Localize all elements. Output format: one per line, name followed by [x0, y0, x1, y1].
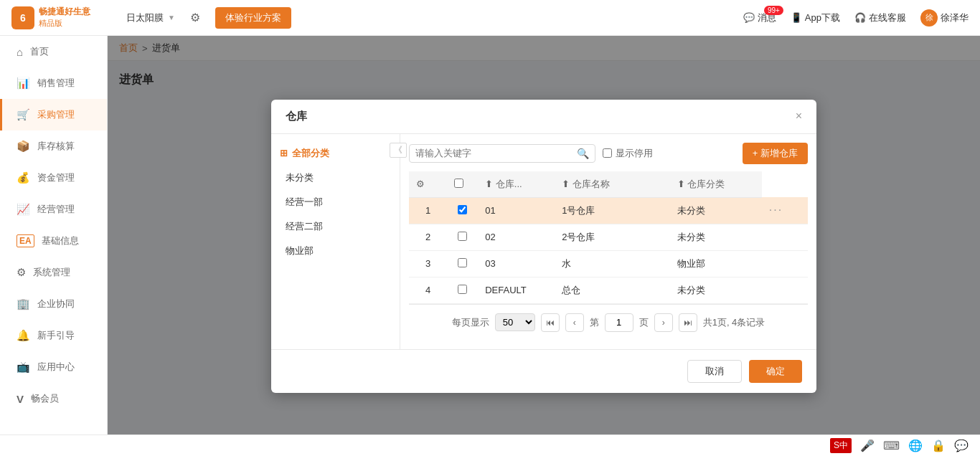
messages-badge: 99+ — [764, 6, 783, 15]
row-checkbox[interactable] — [458, 258, 467, 267]
trial-button[interactable]: 体验行业方案 — [215, 7, 291, 29]
row-actions-cell[interactable]: ··· — [762, 197, 808, 224]
page-input[interactable] — [605, 313, 633, 332]
page-size-select[interactable]: 50 100 200 — [495, 313, 535, 331]
table-row[interactable]: 2 02 2号仓库 未分类 — [409, 224, 808, 250]
col-header-code: ⬆ 仓库... — [478, 171, 555, 198]
table-panel: 🔍 显示停用 + 新增仓库 — [400, 134, 816, 349]
modal-body: ⊞ 全部分类 《 未分类 经营一部 经营二部 物业部 — [271, 134, 816, 349]
sidebar-item-guide[interactable]: 🔔 新手引导 — [0, 320, 107, 351]
search-input[interactable] — [415, 148, 577, 158]
category-item-ops2[interactable]: 经营二部 — [271, 214, 400, 239]
sort-icon: ⬆ — [562, 179, 570, 189]
app-download-item[interactable]: 📱 App下载 — [791, 11, 840, 24]
total-info: 共1页, 4条记录 — [703, 316, 765, 329]
table-row[interactable]: 3 03 水 物业部 — [409, 250, 808, 277]
operations-icon: 📈 — [17, 203, 30, 216]
next-page-button[interactable]: › — [654, 313, 673, 332]
row-num: 4 — [409, 277, 447, 303]
sidebar-item-system[interactable]: ⚙ 系统管理 — [0, 257, 107, 288]
row-name: 1号仓库 — [555, 197, 669, 224]
row-num: 1 — [409, 197, 447, 224]
modal-close-button[interactable]: × — [796, 110, 802, 123]
add-warehouse-button[interactable]: + 新增仓库 — [743, 143, 808, 164]
category-item-property[interactable]: 物业部 — [271, 239, 400, 263]
row-checkbox-cell[interactable] — [447, 224, 478, 250]
sidebar-item-label: 销售管理 — [37, 77, 75, 90]
table-row[interactable]: 4 DEFAULT 总仓 未分类 — [409, 277, 808, 303]
show-disabled-checkbox[interactable] — [603, 148, 612, 158]
row-actions-cell[interactable] — [762, 250, 808, 277]
guide-icon: 🔔 — [17, 329, 30, 342]
sidebar-item-label: 采购管理 — [37, 108, 75, 121]
sidebar-item-finance[interactable]: 💰 资金管理 — [0, 162, 107, 194]
message-icon: 💬 — [743, 12, 755, 23]
globe-icon[interactable]: 🌐 — [908, 439, 923, 452]
select-all-checkbox[interactable] — [454, 179, 463, 188]
sidebar-item-label: 新手引导 — [37, 329, 75, 342]
first-page-button[interactable]: ⏮ — [541, 313, 560, 332]
row-actions-icon[interactable]: ··· — [769, 204, 783, 216]
sidebar-item-enterprise[interactable]: 🏢 企业协同 — [0, 288, 107, 320]
sidebar-item-vip[interactable]: V 畅会员 — [0, 383, 107, 414]
sidebar-item-home[interactable]: ⌂ 首页 — [0, 36, 107, 67]
show-disabled-wrap: 显示停用 — [603, 147, 653, 160]
store-selector[interactable]: 日太阳膜 ▼ — [126, 11, 175, 24]
sidebar-item-label: 基础信息 — [42, 234, 79, 247]
last-page-button[interactable]: ⏭ — [679, 313, 697, 332]
category-header[interactable]: ⊞ 全部分类 — [271, 141, 400, 166]
page-unit: 页 — [639, 316, 649, 329]
keyboard-icon[interactable]: ⌨ — [883, 439, 900, 452]
settings-button[interactable]: ⚙ — [184, 6, 207, 29]
prev-page-button[interactable]: ‹ — [565, 313, 584, 332]
user-item[interactable]: 徐 徐泽华 — [920, 9, 969, 27]
sidebar-item-label: 系统管理 — [33, 266, 70, 279]
col-header-check — [447, 171, 478, 198]
search-input-wrap: 🔍 — [409, 144, 595, 163]
sidebar-item-label: 资金管理 — [37, 171, 75, 184]
search-icon[interactable]: 🔍 — [577, 148, 589, 159]
category-item-ops1[interactable]: 经营一部 — [271, 190, 400, 214]
messages-item[interactable]: 💬 消息 99+ — [743, 11, 776, 24]
collapse-button[interactable]: 《 — [390, 143, 407, 158]
table-row[interactable]: 1 01 1号仓库 未分类 ··· — [409, 197, 808, 224]
row-actions-cell[interactable] — [762, 224, 808, 250]
finance-icon: 💰 — [17, 171, 30, 184]
table-head: ⚙ ⬆ 仓库... — [409, 171, 808, 198]
row-checkbox-cell[interactable] — [447, 277, 478, 303]
category-panel: ⊞ 全部分类 《 未分类 经营一部 经营二部 物业部 — [271, 134, 400, 349]
sidebar-item-label: 经营管理 — [37, 203, 75, 216]
sidebar-item-purchase[interactable]: 🛒 采购管理 — [0, 99, 107, 130]
confirm-button[interactable]: 确定 — [749, 360, 802, 383]
gear-icon[interactable]: ⚙ — [416, 179, 425, 189]
online-service-item[interactable]: 🎧 在线客服 — [854, 11, 906, 24]
sidebar-item-app-center[interactable]: 📺 应用中心 — [0, 351, 107, 383]
chat-icon[interactable]: 💬 — [954, 439, 969, 452]
sidebar-item-sales[interactable]: 📊 销售管理 — [0, 67, 107, 99]
row-checkbox[interactable] — [458, 232, 467, 241]
row-code: 03 — [478, 250, 555, 277]
row-name: 总仓 — [555, 277, 669, 303]
table-container: ⚙ ⬆ 仓库... — [409, 171, 808, 304]
row-name: 水 — [555, 250, 669, 277]
sidebar-item-inventory[interactable]: 📦 库存核算 — [0, 130, 107, 162]
row-checkbox[interactable] — [458, 205, 467, 214]
headset-icon: 🎧 — [854, 12, 866, 23]
row-num: 3 — [409, 250, 447, 277]
col-header-settings: ⚙ — [409, 171, 447, 198]
row-checkbox[interactable] — [458, 285, 467, 294]
sidebar-item-basic-info[interactable]: EA 基础信息 — [0, 225, 107, 257]
row-checkbox-cell[interactable] — [447, 197, 478, 224]
cancel-button[interactable]: 取消 — [687, 360, 742, 383]
sou-icon[interactable]: S中 — [830, 438, 852, 453]
sidebar-item-operations[interactable]: 📈 经营管理 — [0, 194, 107, 225]
main-layout: ⌂ 首页 📊 销售管理 🛒 采购管理 📦 库存核算 💰 资金管理 📈 经营管理 … — [0, 36, 980, 456]
category-item-unclassified[interactable]: 未分类 — [271, 166, 400, 190]
home-icon: ⌂ — [17, 46, 23, 58]
logo-icon: 6 — [11, 6, 34, 29]
row-actions-cell[interactable] — [762, 277, 808, 303]
grid-icon: ⊞ — [280, 148, 288, 158]
mic-icon[interactable]: 🎤 — [860, 439, 875, 452]
row-checkbox-cell[interactable] — [447, 250, 478, 277]
lock-icon[interactable]: 🔒 — [931, 439, 946, 452]
